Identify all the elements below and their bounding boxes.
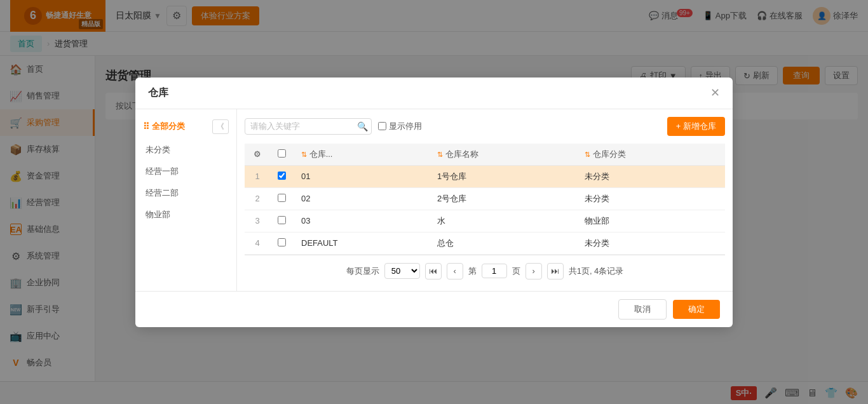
modal-header: 仓库 ✕: [135, 77, 733, 109]
code-sort-icon: ⇅: [301, 151, 307, 158]
category-sort-icon: ⇅: [585, 151, 590, 158]
category-label-dept2: 经营二部: [146, 188, 179, 198]
col-name: ⇅ 仓库名称: [430, 144, 578, 166]
last-page-btn[interactable]: ⏭: [547, 263, 564, 279]
cancel-button[interactable]: 取消: [618, 299, 667, 320]
row-category: 未分类: [577, 232, 725, 254]
collapse-button[interactable]: 《: [212, 119, 229, 134]
row-checkbox[interactable]: [278, 216, 286, 224]
modal-toolbar: 🔍 显示停用 + 新增仓库: [245, 117, 725, 136]
col-code-label: 仓库...: [309, 149, 333, 159]
col-name-label: 仓库名称: [445, 149, 478, 159]
modal-sidebar-title: ⠿ 全部分类: [143, 121, 185, 132]
category-item-dept3[interactable]: 物业部: [135, 204, 236, 226]
table-row[interactable]: 1 01 1号仓库 未分类: [245, 165, 725, 187]
col-category-label: 仓库分类: [593, 149, 626, 159]
show-disabled-label: 显示停用: [389, 121, 422, 132]
table-row[interactable]: 3 03 水 物业部: [245, 210, 725, 232]
pagination: 每页显示 50 10 20 100 ⏮ ‹ 第 页 › ⏭ 共1页, 4条记录: [245, 255, 725, 283]
row-category: 未分类: [577, 187, 725, 210]
modal-body: ⠿ 全部分类 《 未分类 经营一部 经营二部 物业部: [135, 109, 733, 291]
select-all-checkbox[interactable]: [278, 149, 286, 158]
row-category: 物业部: [577, 210, 725, 232]
modal-title: 仓库: [148, 86, 168, 100]
modal-overlay: 仓库 ✕ ⠿ 全部分类 《 未分类 经营一部: [0, 0, 868, 404]
col-settings-icon[interactable]: ⚙: [254, 149, 261, 159]
row-num: 3: [245, 210, 270, 232]
category-label-dept3: 物业部: [146, 210, 170, 219]
first-page-btn[interactable]: ⏮: [425, 263, 442, 279]
col-code: ⇅ 仓库...: [294, 144, 430, 166]
per-page-label: 每页显示: [346, 266, 379, 277]
modal-footer: 取消 确定: [135, 291, 733, 327]
col-settings: ⚙: [245, 144, 270, 166]
table-head: ⚙ ⇅ 仓库... ⇅: [245, 144, 725, 166]
modal-sidebar-header: ⠿ 全部分类 《: [135, 114, 236, 139]
row-num: 4: [245, 232, 270, 254]
row-checkbox[interactable]: [278, 238, 286, 246]
search-input[interactable]: [250, 121, 357, 131]
grid-icon: ⠿: [143, 121, 149, 131]
row-code: DEFAULT: [294, 232, 430, 254]
search-icon[interactable]: 🔍: [357, 121, 368, 131]
row-name: 水: [430, 210, 578, 232]
add-warehouse-button[interactable]: + 新增仓库: [667, 117, 725, 136]
table-body: 1 01 1号仓库 未分类 2 02 2号仓库 未分类 3 03 水 物业部 4: [245, 165, 725, 254]
category-label-uncat: 未分类: [146, 145, 170, 154]
category-item-uncat[interactable]: 未分类: [135, 139, 236, 161]
warehouse-search[interactable]: 🔍: [245, 118, 372, 135]
table-row[interactable]: 4 DEFAULT 总仓 未分类: [245, 232, 725, 254]
show-disabled-checkbox[interactable]: [378, 122, 386, 130]
modal-category-sidebar: ⠿ 全部分类 《 未分类 经营一部 经营二部 物业部: [135, 109, 237, 291]
page-number-input[interactable]: [482, 264, 507, 278]
row-code: 01: [294, 165, 430, 187]
row-name: 总仓: [430, 232, 578, 254]
row-num: 1: [245, 165, 270, 187]
prev-page-btn[interactable]: ‹: [447, 263, 463, 279]
row-code: 02: [294, 187, 430, 210]
modal-close-button[interactable]: ✕: [710, 87, 720, 98]
row-category: 未分类: [577, 165, 725, 187]
page-suffix: 页: [512, 266, 520, 277]
row-checkbox-cell: [270, 165, 294, 187]
confirm-button[interactable]: 确定: [673, 300, 720, 319]
col-checkbox: [270, 144, 294, 166]
total-info: 共1页, 4条记录: [569, 266, 624, 277]
show-disabled-toggle: 显示停用: [378, 121, 422, 132]
warehouse-table: ⚙ ⇅ 仓库... ⇅: [245, 144, 725, 255]
table: ⚙ ⇅ 仓库... ⇅: [245, 144, 725, 255]
category-item-dept1[interactable]: 经营一部: [135, 161, 236, 182]
table-header-row: ⚙ ⇅ 仓库... ⇅: [245, 144, 725, 166]
row-checkbox-cell: [270, 232, 294, 254]
next-page-btn[interactable]: ›: [526, 263, 542, 279]
modal-content-right: 🔍 显示停用 + 新增仓库 ⚙: [237, 109, 733, 291]
warehouse-modal: 仓库 ✕ ⠿ 全部分类 《 未分类 经营一部: [135, 77, 733, 327]
table-row[interactable]: 2 02 2号仓库 未分类: [245, 187, 725, 210]
row-code: 03: [294, 210, 430, 232]
page-label: 第: [468, 266, 477, 277]
col-category: ⇅ 仓库分类: [577, 144, 725, 166]
row-checkbox-cell: [270, 187, 294, 210]
row-num: 2: [245, 187, 270, 210]
row-checkbox[interactable]: [278, 194, 286, 202]
row-name: 1号仓库: [430, 165, 578, 187]
row-checkbox-cell: [270, 210, 294, 232]
name-sort-icon: ⇅: [437, 151, 443, 158]
category-label-dept1: 经营一部: [146, 166, 179, 176]
per-page-select[interactable]: 50 10 20 100: [384, 263, 420, 279]
row-checkbox[interactable]: [278, 172, 286, 180]
row-name: 2号仓库: [430, 187, 578, 210]
category-item-dept2[interactable]: 经营二部: [135, 182, 236, 204]
